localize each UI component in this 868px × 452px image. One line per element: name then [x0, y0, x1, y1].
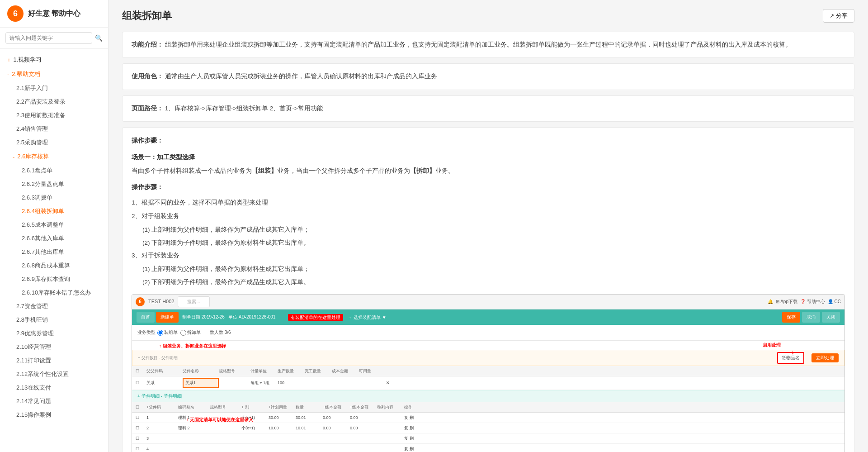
ss-add-row-btn[interactable]: 立即处理 — [811, 353, 839, 362]
ss-radio-disassemble-input[interactable] — [180, 330, 186, 336]
lcol-qty: 数量 — [296, 404, 323, 411]
lcol-unit: + 别 — [241, 404, 269, 411]
sidebar-item-2.6.6[interactable]: 2.6.6其他入库单 — [0, 232, 108, 245]
function-intro-label: 功能介绍： — [132, 41, 163, 48]
share-label: 分享 — [836, 12, 848, 20]
ss-cancel-btn: 取消 — [802, 312, 820, 323]
sidebar-item-2.7[interactable]: 2.7资金管理 — [0, 300, 108, 313]
sidebar-item-2.6.2[interactable]: 2.6.2分量盘点单 — [0, 177, 108, 191]
sidebar-item-2.14[interactable]: 2.14常见问题 — [0, 395, 108, 408]
step-3-2: (2) 下部明细为子件明细，最终作为产成品生成其它入库单。 — [142, 277, 845, 288]
ss-process-btn: → 选择装配清单 ▼ — [348, 315, 386, 320]
ss-more-btn: 关闭 — [822, 312, 840, 323]
ss-date-area: 制单日期 2019-12-26 — [182, 313, 225, 321]
annotation3-arrow: ↓ — [791, 347, 794, 358]
main-content: 组装拆卸单 ↗ 分享 功能介绍： 组装拆卸单用来处理企业组装或拆卸等加工业务，支… — [108, 0, 868, 452]
sidebar-item-2.12[interactable]: 2.12系统个性化设置 — [0, 367, 108, 381]
lcol-spec: 规格型号 — [210, 404, 241, 411]
ss-grid-icon: ⊞ App下载 — [776, 298, 797, 306]
role-card: 使用角色： 通常由生产人员或库管人员完成拆装业务的操作，库管人员确认原材料的出库… — [122, 63, 854, 90]
scene1-desc: 当由多个子件材料组装成一个成品的业务为【组装】业务，当由一个父件拆分成多个子产品… — [132, 166, 845, 176]
ss-unit-area: 单位 AD-20191226-001 — [228, 313, 276, 321]
sidebar-item-2.6.9[interactable]: 2.6.9库存账本查询 — [0, 272, 108, 286]
sidebar-item-2.1[interactable]: 2.1新手入门 — [0, 81, 108, 95]
sidebar-item-2.9[interactable]: 2.9优惠券管理 — [0, 327, 108, 340]
ss-tab-home: 自首 — [137, 312, 155, 323]
function-intro-card: 功能介绍： 组装拆卸单用来处理企业组装或拆卸等加工业务，支持有固定装配清单的产品… — [122, 32, 854, 58]
sidebar-item-2.10[interactable]: 2.10经营管理 — [0, 340, 108, 354]
lcol-cost2: +线本金额 — [350, 404, 377, 411]
docs-children: 2.1新手入门 2.2产品安装及登录 2.3使用前数据准备 2.4销售管理 2.… — [0, 81, 108, 422]
ops-title: 操作步骤： — [132, 135, 845, 146]
ss-form-area: 业务类型 装组单 拆卸单 数人数 3/6 — [132, 325, 844, 341]
ss-form-type: 业务类型 装组单 拆卸单 — [137, 328, 201, 337]
ops-card: 操作步骤： 场景一：加工类型选择 当由多个子件材料组装成一个成品的业务为【组装】… — [122, 127, 854, 452]
minus-icon-2.6: - — [13, 153, 14, 160]
lcol-ops: 操作 — [404, 404, 418, 411]
row-op: ✕ — [386, 379, 400, 386]
sidebar-item-2.2[interactable]: 2.2产品安装及登录 — [0, 95, 108, 109]
sidebar-item-2.15[interactable]: 2.15操作案例 — [0, 408, 108, 422]
col-done-qty: 完工数量 — [305, 367, 332, 375]
ss-app-id: TEST-H002 — [148, 297, 174, 306]
sidebar-item-2.6.8[interactable]: 2.6.8商品成本重算 — [0, 259, 108, 272]
annotation1-area: 有装配清单的在这里处理 → 选择装配清单 ▼ — [288, 312, 386, 323]
sidebar-item-video[interactable]: + 1.视频学习 — [0, 52, 108, 67]
col-ops — [386, 367, 400, 375]
sidebar-item-2.11[interactable]: 2.11打印设置 — [0, 354, 108, 367]
screenshot-container: 6 TEST-H002 搜索... 🔔 ⊞ App下载 ❓ 帮助中心 👤 CC — [132, 294, 845, 452]
ss-right-btns: 保存 取消 关闭 — [782, 312, 840, 323]
ss-help-icon: ❓ 帮助中心 — [800, 298, 825, 306]
path-label: 页面路径： — [132, 105, 163, 112]
col-unit: 计量单位 — [250, 367, 278, 375]
col-parent-code: 父父件码 — [146, 367, 183, 375]
row-name-input[interactable]: 关系1 — [183, 378, 219, 388]
annotation2-spacer — [132, 341, 844, 350]
step-2: 2、对于组装业务 — [132, 211, 845, 222]
sidebar-item-2.6.10[interactable]: 2.6.10库存账本错了怎么办 — [0, 286, 108, 300]
step-3-1: (1) 上部明细为父件明细，最终作为原材料生成其它出库单； — [142, 264, 845, 275]
share-button[interactable]: ↗ 分享 — [823, 9, 854, 23]
ss-top-icons: 🔔 ⊞ App下载 ❓ 帮助中心 👤 CC — [768, 298, 841, 306]
sidebar-item-2.6[interactable]: - 2.6库存核算 — [0, 149, 108, 164]
sidebar-item-2.5[interactable]: 2.5采购管理 — [0, 136, 108, 149]
sidebar-item-2.8[interactable]: 2.8手机旺铺 — [0, 313, 108, 327]
sidebar-item-2.6.3[interactable]: 2.6.3调拨单 — [0, 191, 108, 205]
ss-tab-new: 新建单 — [156, 312, 179, 323]
ss-section-label: + 父件数目 - 父件明细 — [138, 354, 178, 362]
sidebar-item-2.6.7[interactable]: 2.6.7其他出库单 — [0, 245, 108, 259]
sidebar-item-2.6.1[interactable]: 2.6.1盘点单 — [0, 164, 108, 177]
ss-save-btn: 保存 — [782, 312, 800, 323]
annotation3-text: 启用处理 — [763, 341, 781, 349]
col-parent-name: 父件名称 — [183, 367, 219, 375]
sidebar-item-docs[interactable]: - 2.帮助文档 — [0, 67, 108, 81]
ss-process-btn-box: 货物品名 — [777, 352, 804, 364]
ss-lower-row-2: ☐ 2 理料 2 个(x+1) 10.00 10.01 0.00 0.00 复 … — [132, 423, 844, 433]
sub-steps-3: (1) 上部明细为父件明细，最终作为原材料生成其它出库单； (2) 下部明细为子… — [132, 264, 845, 288]
plus-icon: + — [7, 57, 11, 63]
ss-section-bar: + 父件数目 - 父件明细 启用处理 ↓ 货物品名 立即处理 — [132, 350, 844, 366]
search-input[interactable] — [5, 32, 92, 44]
search-box: 🔍 — [0, 28, 108, 49]
ss-form-row: 业务类型 装组单 拆卸单 数人数 3/6 — [137, 328, 839, 337]
sidebar-item-2.6.4[interactable]: 2.6.4组装拆卸单 — [0, 205, 108, 218]
ss-radio-assemble-input[interactable] — [157, 330, 163, 336]
scene1-title: 场景一：加工类型选择 — [132, 152, 845, 163]
role-label: 使用角色： — [132, 73, 163, 80]
path-text: 1、库存核算->库存管理->组装拆卸单 2、首页->常用功能 — [165, 105, 323, 112]
step-1: 1、根据不同的业务，选择不同单据的类型来处理 — [132, 197, 845, 208]
col-cost: 成本金额 — [332, 367, 359, 375]
ss-upper-table-header: ☐ 父父件码 父件名称 规格型号 计量单位 生产数量 完工数量 成本金额 可用量 — [132, 366, 844, 376]
sidebar-item-2.4[interactable]: 2.4销售管理 — [0, 122, 108, 136]
search-icon[interactable]: 🔍 — [95, 34, 103, 42]
ss-topbar: 6 TEST-H002 搜索... 🔔 ⊞ App下载 ❓ 帮助中心 👤 CC — [132, 295, 844, 309]
ss-logo: 6 — [136, 297, 145, 306]
row-code: 关系 — [146, 379, 183, 386]
col-spec: 规格型号 — [219, 367, 250, 375]
sidebar-item-2.6.5[interactable]: 2.6.5成本调整单 — [0, 218, 108, 232]
ss-lower-row-3: ☐ 3 复 删 — [132, 433, 844, 444]
row-check: ☐ — [136, 379, 146, 386]
sidebar-item-2.3[interactable]: 2.3使用前数据准备 — [0, 109, 108, 122]
lcol-cost1: +线本金额 — [323, 404, 350, 411]
sidebar-item-2.13[interactable]: 2.13在线支付 — [0, 381, 108, 395]
